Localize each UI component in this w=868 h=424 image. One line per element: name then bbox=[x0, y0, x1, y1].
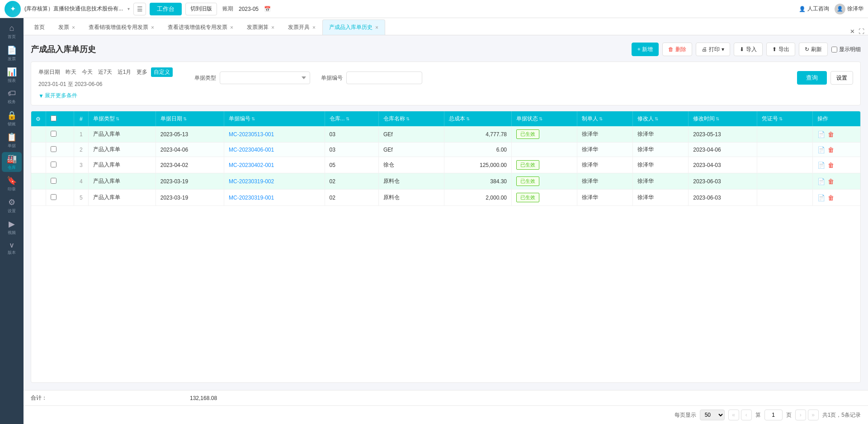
tab-sales-vat[interactable]: 查看销项增值税专用发票 × bbox=[82, 19, 161, 35]
page-number-input[interactable] bbox=[764, 410, 783, 420]
export-button[interactable]: ⬆ 导出 bbox=[766, 43, 795, 56]
tab-sales-vat-close[interactable]: × bbox=[151, 24, 154, 31]
row-checkbox-5[interactable] bbox=[51, 194, 57, 200]
action-delete-icon[interactable]: 🗑 bbox=[828, 131, 834, 138]
display-cols-checkbox[interactable]: 显示明细 bbox=[831, 46, 861, 53]
th-doc-date[interactable]: 单据日期⇅ bbox=[156, 111, 224, 126]
doc-icon-btn[interactable]: ☰ bbox=[133, 3, 146, 15]
date-custom-btn[interactable]: 自定义 bbox=[151, 67, 173, 77]
td-checkbox[interactable] bbox=[46, 173, 74, 190]
doc-type-select[interactable] bbox=[220, 71, 310, 84]
setting-button[interactable]: 设置 bbox=[830, 71, 853, 85]
sidebar-item-version[interactable]: V 版本 bbox=[2, 239, 22, 259]
sidebar-item-video[interactable]: ▶ 视频 bbox=[2, 217, 22, 237]
action-view-icon[interactable]: 📄 bbox=[817, 131, 825, 138]
sidebar-item-stamp[interactable]: 🔖 印章 bbox=[2, 174, 22, 194]
tab-calc-close[interactable]: × bbox=[271, 24, 274, 31]
period-calendar-icon[interactable]: 📅 bbox=[264, 6, 271, 12]
td-checkbox[interactable] bbox=[46, 143, 74, 157]
sidebar-item-document[interactable]: 📋 单据 bbox=[2, 130, 22, 150]
tab-issue[interactable]: 发票开具 × bbox=[281, 19, 322, 35]
last-page-btn[interactable]: » bbox=[808, 410, 819, 420]
sidebar-item-home[interactable]: ⌂ 首页 bbox=[2, 22, 22, 42]
tab-history[interactable]: 产成品入库单历史 × bbox=[322, 19, 385, 35]
date-today-btn[interactable]: 今天 bbox=[80, 67, 94, 77]
th-warehouse-name[interactable]: 仓库名称⇅ bbox=[378, 111, 444, 126]
query-button[interactable]: 查询 bbox=[797, 71, 827, 85]
td-doc-num[interactable]: MC-20230406-001 bbox=[224, 143, 325, 157]
action-delete-icon[interactable]: 🗑 bbox=[828, 194, 834, 201]
next-page-btn[interactable]: › bbox=[795, 410, 806, 420]
th-voucher-num[interactable]: 凭证号⇅ bbox=[757, 111, 812, 126]
td-checkbox[interactable] bbox=[46, 157, 74, 173]
th-doc-num[interactable]: 单据编号⇅ bbox=[224, 111, 325, 126]
th-warehouse-code[interactable]: 仓库...⇅ bbox=[325, 111, 378, 126]
td-doc-num[interactable]: MC-20230402-001 bbox=[224, 157, 325, 173]
doc-num-link[interactable]: MC-20230513-001 bbox=[229, 131, 274, 138]
row-checkbox-3[interactable] bbox=[51, 162, 57, 167]
tab-home[interactable]: 首页 bbox=[27, 19, 52, 35]
first-page-btn[interactable]: « bbox=[728, 410, 739, 420]
row-checkbox-2[interactable] bbox=[51, 146, 57, 152]
doc-num-link[interactable]: MC-20230406-001 bbox=[229, 147, 274, 153]
import-button[interactable]: ⬇ 导入 bbox=[734, 43, 763, 56]
th-total-cost[interactable]: 总成本⇅ bbox=[444, 111, 512, 126]
per-page-select[interactable]: 20 50 100 bbox=[700, 410, 725, 420]
display-cols-input[interactable] bbox=[831, 47, 837, 52]
company-dropdown-icon[interactable]: ▾ bbox=[127, 6, 130, 11]
doc-num-link[interactable]: MC-20230402-001 bbox=[229, 162, 274, 168]
sidebar-item-tax[interactable]: 🏷 税务 bbox=[2, 87, 22, 107]
user-menu[interactable]: 👤 徐泽华 bbox=[835, 4, 863, 14]
date-more-btn[interactable]: 更多 bbox=[135, 67, 149, 77]
td-checkbox[interactable] bbox=[46, 190, 74, 206]
checkbox-all[interactable] bbox=[51, 115, 57, 121]
th-checkbox[interactable] bbox=[46, 111, 74, 126]
doc-num-link[interactable]: MC-20230319-002 bbox=[229, 178, 274, 185]
switch-version-button[interactable]: 切到旧版 bbox=[185, 3, 217, 15]
prev-page-btn[interactable]: ‹ bbox=[741, 410, 752, 420]
action-view-icon[interactable]: 📄 bbox=[817, 146, 825, 153]
date-1month-btn[interactable]: 近1月 bbox=[116, 67, 133, 77]
tab-calc[interactable]: 发票测算 × bbox=[240, 19, 281, 35]
sidebar-item-invoice[interactable]: 📄 发票 bbox=[2, 43, 22, 63]
tab-history-close[interactable]: × bbox=[375, 24, 378, 31]
th-doc-status[interactable]: 单据状态⇅ bbox=[512, 111, 577, 126]
tab-expand-icon[interactable]: ⛶ bbox=[859, 28, 864, 35]
action-view-icon[interactable]: 📄 bbox=[817, 194, 825, 201]
support-button[interactable]: 👤 人工咨询 bbox=[799, 5, 829, 13]
print-button[interactable]: 🖨 打印 ▾ bbox=[696, 43, 730, 56]
sidebar-item-lock[interactable]: 🔒 锁账 bbox=[2, 109, 22, 129]
row-checkbox-1[interactable] bbox=[51, 131, 57, 137]
tab-issue-close[interactable]: × bbox=[312, 24, 316, 31]
th-modify-time[interactable]: 修改时间⇅ bbox=[689, 111, 757, 126]
td-doc-num[interactable]: MC-20230319-002 bbox=[224, 173, 325, 190]
date-yesterday-btn[interactable]: 昨天 bbox=[64, 67, 78, 77]
row-checkbox-4[interactable] bbox=[51, 178, 57, 184]
td-doc-num[interactable]: MC-20230513-001 bbox=[224, 126, 325, 143]
doc-num-input[interactable] bbox=[346, 71, 422, 84]
th-settings[interactable]: ⚙ bbox=[31, 111, 46, 126]
refresh-button[interactable]: ↻ 刷新 bbox=[799, 43, 828, 56]
doc-num-link[interactable]: MC-20230319-001 bbox=[229, 195, 274, 201]
th-doc-type[interactable]: 单据类型⇅ bbox=[88, 111, 156, 126]
sidebar-item-settings[interactable]: ⚙ 设置 bbox=[2, 195, 22, 215]
tab-close-all-icon[interactable]: ✕ bbox=[850, 28, 855, 35]
action-delete-icon[interactable]: 🗑 bbox=[828, 146, 834, 153]
delete-button[interactable]: 🗑 删除 bbox=[662, 43, 692, 56]
workbench-button[interactable]: 工作台 bbox=[150, 3, 182, 15]
action-view-icon[interactable]: 📄 bbox=[817, 178, 825, 185]
expand-filter-button[interactable]: ▼ 展开更多条件 bbox=[38, 92, 853, 100]
tab-input-vat-close[interactable]: × bbox=[230, 24, 233, 31]
tab-input-vat[interactable]: 查看进项增值税专用发票 × bbox=[161, 19, 240, 35]
tab-invoice[interactable]: 发票 × bbox=[52, 19, 82, 35]
date-7days-btn[interactable]: 近7天 bbox=[96, 67, 114, 77]
new-button[interactable]: + 新增 bbox=[632, 43, 659, 56]
action-delete-icon[interactable]: 🗑 bbox=[828, 178, 834, 185]
td-doc-num[interactable]: MC-20230319-001 bbox=[224, 190, 325, 206]
th-creator[interactable]: 制单人⇅ bbox=[577, 111, 633, 126]
action-view-icon[interactable]: 📄 bbox=[817, 162, 825, 169]
sidebar-item-warehouse[interactable]: 🏭 仓库 bbox=[2, 152, 22, 172]
sidebar-item-chart[interactable]: 📊 报表 bbox=[2, 65, 22, 85]
action-delete-icon[interactable]: 🗑 bbox=[828, 162, 834, 169]
tab-invoice-close[interactable]: × bbox=[72, 24, 75, 31]
